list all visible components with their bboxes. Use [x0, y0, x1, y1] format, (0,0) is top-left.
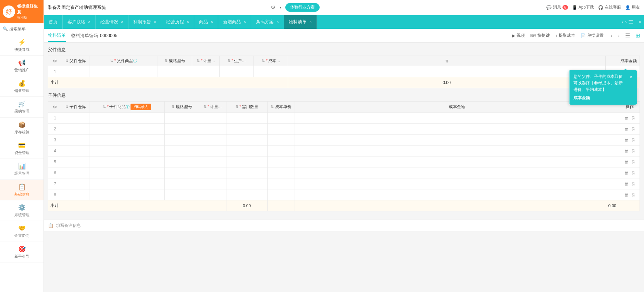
parent-row-1-warehouse[interactable] [62, 66, 89, 77]
tab-home[interactable]: 首页 [44, 15, 63, 29]
child-row-4-copy-icon[interactable]: ⎘ [632, 148, 635, 154]
child-row-5-delete-icon[interactable]: 🗑 [624, 159, 629, 165]
child-row-7-copy-icon[interactable]: ⎘ [632, 181, 635, 187]
child-row-8-copy-icon[interactable]: ⎘ [632, 192, 635, 198]
tab-close-all[interactable]: × [636, 19, 644, 25]
tab-profit[interactable]: 利润报告 × [128, 15, 161, 29]
child-row-8-quantity[interactable] [226, 189, 268, 200]
grid-view-icon[interactable]: ⊞ [635, 32, 640, 39]
child-row-2-delete-icon[interactable]: 🗑 [624, 126, 629, 132]
sidebar-item-inventory[interactable]: 📦 库存核算 [0, 118, 44, 138]
child-row-8-unit[interactable] [199, 189, 226, 200]
sub-tab-bom-list[interactable]: 物料清单 [48, 30, 66, 42]
child-row-4-unit-cost[interactable] [268, 145, 295, 156]
shortcut-button[interactable]: ⌨ 快捷键 [530, 33, 550, 38]
message-button[interactable]: 💬 消息 6 [546, 4, 568, 10]
child-row-6-warehouse[interactable] [62, 167, 89, 178]
child-row-4-spec[interactable] [165, 145, 199, 156]
child-row-4-quantity[interactable] [226, 145, 268, 156]
child-row-4-delete-icon[interactable]: 🗑 [624, 148, 629, 154]
child-row-4-unit[interactable] [199, 145, 226, 156]
child-row-5-product[interactable] [89, 156, 165, 167]
extract-cost-button[interactable]: ↑ 提取成本 [555, 33, 575, 38]
child-row-2-copy-icon[interactable]: ⎘ [632, 126, 635, 132]
child-row-3-unit-cost[interactable] [268, 135, 295, 145]
child-row-7-warehouse[interactable] [62, 178, 89, 189]
child-row-8-delete-icon[interactable]: 🗑 [624, 192, 629, 198]
child-row-6-spec[interactable] [165, 167, 199, 178]
tab-bom-close[interactable]: × [309, 20, 312, 24]
child-row-5-quantity[interactable] [226, 156, 268, 167]
child-row-1-product[interactable] [89, 113, 165, 124]
child-row-2-warehouse[interactable] [62, 124, 89, 135]
child-row-8-warehouse[interactable] [62, 189, 89, 200]
child-row-1-quantity[interactable] [226, 113, 268, 124]
child-row-3-spec[interactable] [165, 135, 199, 145]
child-row-7-unit-cost[interactable] [268, 178, 295, 189]
tab-history-close[interactable]: × [187, 20, 189, 24]
child-row-5-copy-icon[interactable]: ⎘ [632, 159, 635, 165]
app-download-button[interactable]: 📱 App下载 [572, 4, 594, 10]
child-settings-gear-icon[interactable]: ⚙ [53, 105, 57, 109]
child-row-1-copy-icon[interactable]: ⎘ [632, 115, 635, 121]
child-row-2-product[interactable] [89, 124, 165, 135]
child-row-2-spec[interactable] [165, 124, 199, 135]
tab-bom[interactable]: 物料清单 × [284, 15, 317, 29]
tab-operations-status-close[interactable]: × [121, 20, 123, 24]
parent-row-1-extra[interactable] [288, 66, 606, 77]
scan-input-button[interactable]: 扫码录入 [131, 104, 151, 110]
tab-profit-close[interactable]: × [154, 20, 156, 24]
tab-barcode[interactable]: 条码方案 × [251, 15, 284, 29]
child-row-2-unit[interactable] [199, 124, 226, 135]
child-row-6-copy-icon[interactable]: ⎘ [632, 170, 635, 176]
sidebar-item-sales[interactable]: 💰 销售管理 [0, 76, 44, 97]
child-row-3-product[interactable] [89, 135, 165, 145]
sidebar-item-guide[interactable]: 🎯 新手引导 [0, 242, 44, 262]
child-row-8-product[interactable] [89, 189, 165, 200]
sidebar-item-purchase[interactable]: 🛒 采购管理 [0, 97, 44, 117]
tab-history[interactable]: 经营历程 × [161, 15, 194, 29]
tab-customer-close[interactable]: × [88, 20, 90, 24]
child-row-5-unit[interactable] [199, 156, 226, 167]
parent-row-1-spec[interactable] [158, 66, 192, 77]
trial-button[interactable]: 体验行业方案 [285, 3, 320, 12]
child-row-3-unit[interactable] [199, 135, 226, 145]
tooltip-close-button[interactable]: × [630, 73, 632, 81]
sidebar-item-finance[interactable]: 💳 资金管理 [0, 138, 44, 159]
tab-customer[interactable]: 客户联络 × [63, 15, 96, 29]
child-row-5-warehouse[interactable] [62, 156, 89, 167]
child-row-4-product[interactable] [89, 145, 165, 156]
child-row-6-unit-cost[interactable] [268, 167, 295, 178]
settings-icon[interactable]: ⚙ [271, 4, 275, 11]
child-row-7-unit[interactable] [199, 178, 226, 189]
settings-gear-icon[interactable]: ⚙ [53, 59, 57, 63]
sidebar-item-marketing[interactable]: 📢 营销推广 [0, 56, 44, 76]
sidebar-item-quick-nav[interactable]: ⚡ 快捷导航 [0, 35, 44, 56]
tab-goods-close[interactable]: × [211, 20, 213, 24]
child-row-1-spec[interactable] [165, 113, 199, 124]
parent-row-1-product[interactable] [89, 66, 158, 77]
child-row-8-unit-cost[interactable] [268, 189, 295, 200]
sidebar-item-operations[interactable]: 📊 经营管理 [0, 159, 44, 179]
child-row-3-quantity[interactable] [226, 135, 268, 145]
nav-right-icon[interactable]: › [618, 33, 620, 39]
sidebar-item-system[interactable]: ⚙️ 系统管理 [0, 200, 44, 221]
sidebar-item-basic-info[interactable]: 📋 基础信息 [0, 180, 44, 200]
child-row-5-spec[interactable] [165, 156, 199, 167]
child-row-7-product[interactable] [89, 178, 165, 189]
tab-prev-button[interactable]: ‹ [622, 19, 623, 25]
sidebar-item-enterprise[interactable]: 🤝 企业协同 [0, 221, 44, 242]
parent-row-1-cost[interactable] [254, 66, 288, 77]
child-row-6-unit[interactable] [199, 167, 226, 178]
child-row-3-copy-icon[interactable]: ⎘ [632, 137, 635, 143]
list-view-icon[interactable]: ☰ [625, 32, 630, 39]
child-row-3-warehouse[interactable] [62, 135, 89, 145]
nav-left-icon[interactable]: ‹ [610, 33, 612, 39]
single-setting-button[interactable]: 📄 单据设置 [581, 33, 604, 38]
child-row-6-product[interactable] [89, 167, 165, 178]
tab-menu-button[interactable]: ☰ [628, 19, 633, 25]
view-video-button[interactable]: ▶ 视频 [512, 33, 525, 38]
child-row-2-quantity[interactable] [226, 124, 268, 135]
child-row-2-unit-cost[interactable] [268, 124, 295, 135]
child-row-3-delete-icon[interactable]: 🗑 [624, 137, 629, 143]
